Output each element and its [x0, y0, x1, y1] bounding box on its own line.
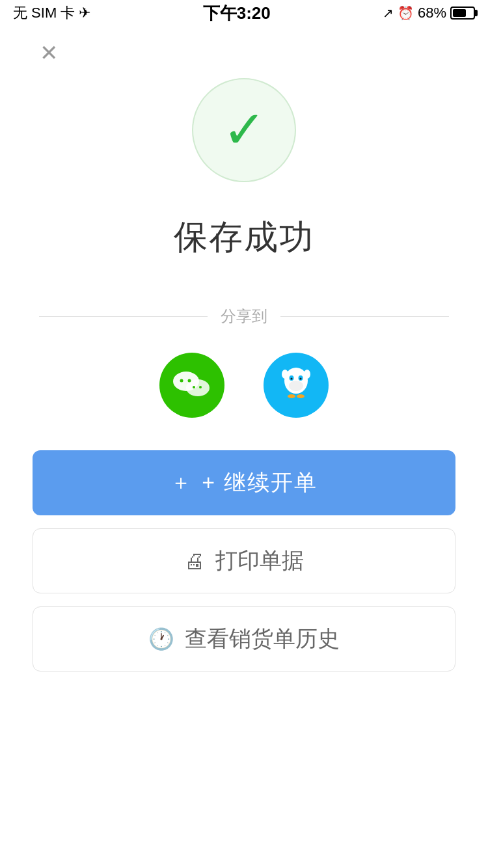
svg-point-3 [188, 379, 191, 383]
plus-icon: ＋ [170, 468, 191, 497]
status-right: ↗ ⏰ 68% [383, 5, 475, 21]
divider-line-left [39, 316, 208, 317]
qq-icon [278, 365, 314, 405]
svg-point-13 [288, 394, 295, 398]
print-button[interactable]: 🖨 打印单据 [33, 528, 455, 593]
svg-point-16 [304, 370, 310, 379]
continue-button[interactable]: ＋ + 继续开单 [33, 450, 455, 515]
svg-point-2 [180, 379, 183, 383]
share-label: 分享到 [208, 306, 280, 327]
success-title: 保存成功 [174, 215, 314, 260]
share-divider: 分享到 [0, 306, 488, 327]
svg-point-5 [199, 386, 202, 388]
battery-fill [453, 9, 466, 17]
svg-point-15 [282, 370, 288, 379]
svg-point-9 [290, 378, 292, 380]
status-left: 无 SIM 卡 ✈ [13, 3, 90, 23]
share-icons [159, 353, 329, 418]
sim-status: 无 SIM 卡 ✈ [13, 3, 90, 23]
checkmark-icon: ✓ [223, 104, 266, 156]
share-section: 分享到 [0, 306, 488, 418]
history-label: 查看销货单历史 [185, 624, 340, 654]
qq-share-button[interactable] [264, 353, 329, 418]
clock-icon: 🕐 [148, 627, 174, 651]
close-icon: ✕ [40, 42, 58, 64]
status-bar: 无 SIM 卡 ✈ 下午3:20 ↗ ⏰ 68% [0, 0, 488, 26]
alarm-icon: ⏰ [398, 5, 414, 21]
wechat-share-button[interactable] [159, 353, 224, 418]
close-button[interactable]: ✕ [33, 36, 65, 69]
main-content: ✓ 保存成功 分享到 [0, 26, 488, 671]
battery-icon [450, 7, 475, 20]
svg-point-4 [193, 386, 195, 388]
history-button[interactable]: 🕐 查看销货单历史 [33, 606, 455, 671]
wechat-icon [172, 368, 212, 402]
location-icon: ↗ [383, 5, 394, 21]
battery-percent: 68% [418, 5, 446, 21]
continue-label: + 继续开单 [202, 468, 317, 498]
svg-point-14 [297, 394, 305, 398]
action-buttons: ＋ + 继续开单 🖨 打印单据 🕐 查看销货单历史 [0, 450, 488, 671]
svg-point-12 [289, 381, 303, 391]
status-time: 下午3:20 [203, 2, 271, 25]
print-label: 打印单据 [215, 546, 304, 576]
printer-icon: 🖨 [184, 549, 205, 573]
divider-line-right [280, 316, 449, 317]
success-circle: ✓ [192, 78, 296, 182]
svg-point-10 [299, 378, 301, 380]
